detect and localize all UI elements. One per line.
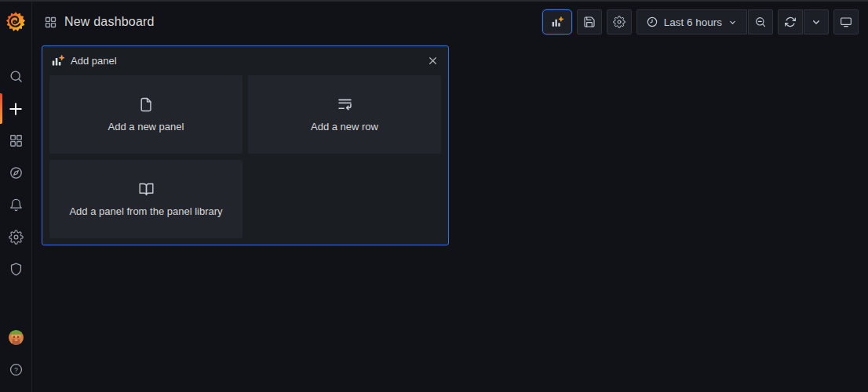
add-panel-options: Add a new panel Add a new row: [42, 74, 448, 238]
explore-compass-icon: [9, 165, 24, 180]
breadcrumb: New dashboard: [44, 15, 155, 29]
add-panel-widget-title: Add panel: [71, 55, 420, 67]
add-row-icon: [337, 96, 353, 113]
save-dashboard-button[interactable]: [577, 9, 602, 34]
cycle-view-mode-button[interactable]: [833, 9, 859, 34]
add-new-row-card[interactable]: Add a new row: [248, 75, 441, 154]
refresh-icon: [784, 16, 797, 28]
new-panel-file-icon: [138, 96, 155, 113]
plus-create-icon: [7, 100, 24, 118]
clock-icon: [646, 16, 658, 28]
apps-grid-icon: [44, 16, 57, 29]
bar-chart-plus-icon: [551, 16, 563, 28]
option-label: Add a panel from the panel library: [69, 205, 222, 217]
sidebar-nav: [0, 60, 31, 285]
add-panel-from-library-card[interactable]: Add a panel from the panel library: [49, 160, 243, 238]
option-label: Add a new panel: [108, 121, 184, 132]
time-controls-group: Last 6 hours: [636, 9, 773, 34]
sidebar-item-dashboards[interactable]: [0, 125, 31, 157]
configuration-gear-icon: [9, 230, 24, 245]
add-new-panel-card[interactable]: Add a new panel: [49, 75, 243, 154]
sidebar-item-profile[interactable]: [0, 321, 31, 354]
dashboard-toolbar: Last 6 hours: [542, 9, 859, 34]
option-label: Add a new row: [311, 121, 378, 132]
gear-icon: [613, 16, 625, 28]
user-avatar: [9, 330, 24, 345]
refresh-controls-group: [778, 9, 829, 34]
window-top-highlight: [0, 0, 868, 2]
help-glyph: ?: [14, 366, 18, 374]
time-range-label: Last 6 hours: [664, 16, 722, 28]
chevron-down-icon: [728, 17, 738, 27]
close-icon: [428, 56, 438, 66]
grafana-logo[interactable]: [0, 0, 31, 44]
zoom-out-icon: [754, 16, 767, 28]
server-admin-shield-icon: [9, 262, 24, 277]
sidebar-item-help[interactable]: ?: [0, 354, 31, 386]
sidebar-item-search[interactable]: [0, 60, 31, 93]
sidebar: ?: [0, 0, 32, 392]
alerting-bell-icon: [9, 198, 24, 212]
dashboard-topbar: New dashboard: [32, 0, 868, 44]
save-icon: [583, 16, 596, 28]
help-icon: ?: [9, 362, 24, 377]
close-add-panel-button[interactable]: [426, 54, 439, 67]
refresh-interval-dropdown[interactable]: [804, 9, 829, 34]
sidebar-bottom: ?: [0, 321, 31, 392]
sidebar-item-create[interactable]: [0, 93, 31, 125]
search-icon: [9, 69, 24, 84]
sidebar-item-alerting[interactable]: [0, 189, 31, 221]
add-panel-widget-header: Add panel: [42, 46, 448, 74]
sidebar-item-explore[interactable]: [0, 157, 31, 189]
page-title: New dashboard: [64, 15, 155, 29]
chevron-down-icon: [810, 16, 822, 28]
zoom-out-time-button[interactable]: [748, 9, 773, 34]
bar-chart-plus-icon: [51, 54, 64, 67]
tv-monitor-icon: [840, 16, 852, 28]
add-panel-widget: Add panel Add a new panel: [42, 45, 449, 245]
panel-library-book-icon: [138, 181, 155, 198]
refresh-dashboard-button[interactable]: [778, 9, 803, 34]
dashboard-settings-button[interactable]: [607, 9, 632, 34]
dashboards-grid-icon: [9, 133, 24, 148]
sidebar-item-configuration[interactable]: [0, 221, 31, 253]
add-panel-button[interactable]: [542, 9, 572, 34]
time-range-picker[interactable]: Last 6 hours: [636, 9, 747, 34]
sidebar-item-server-admin[interactable]: [0, 253, 31, 285]
